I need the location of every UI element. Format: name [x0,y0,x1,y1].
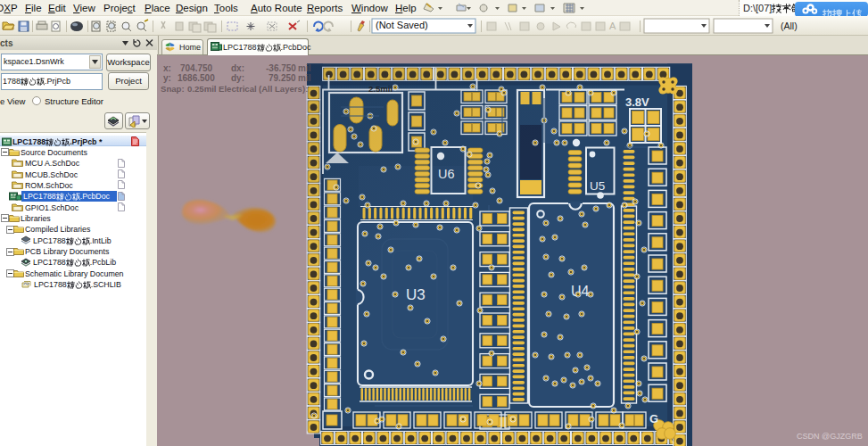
svg-text:A: A [609,21,616,31]
svg-text:(All): (All) [781,21,798,31]
